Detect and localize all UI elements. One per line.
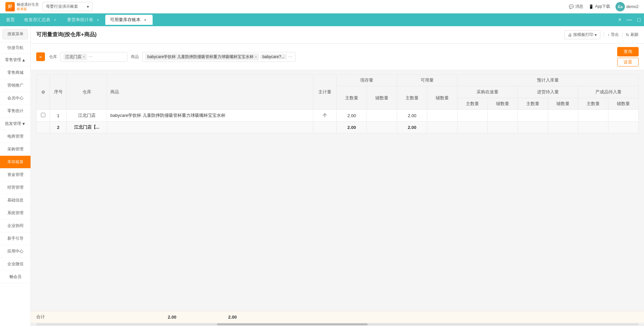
col-header-stock-aux: 辅数量 xyxy=(367,86,397,110)
sidebar: 搜索菜单 快捷导航 零售管理 ▲ 零售商城 营销推广 会员中心 零售统计 批发管… xyxy=(0,26,31,326)
close-tab-keyongliang-icon[interactable]: × xyxy=(143,17,148,22)
table-area: ⚙ 序号 仓库 商品 主计量 现存量 可用量 预计入库量 主数量 辅数量 主数量 xyxy=(31,70,644,311)
sidebar-item-enterprise-wechat[interactable]: 企业微信 xyxy=(0,258,31,271)
table-row-subtotal: 2 江北门店【... 2.00 2.00 xyxy=(37,122,639,133)
sidebar-item-basic-info[interactable]: 基础信息 xyxy=(0,194,31,207)
top-bar-left: 好 畅捷通好生意 标准版 母婴行业演示账套 ▾ xyxy=(5,2,93,11)
chevron-down-icon: ▾ xyxy=(87,4,89,9)
row1-checkbox[interactable] xyxy=(37,110,50,122)
user-action[interactable]: Ea demo2 xyxy=(615,2,639,11)
row2-production-aux xyxy=(608,122,639,133)
divider xyxy=(604,32,604,38)
close-tab-shoufazhiye-icon[interactable]: × xyxy=(52,17,58,22)
app-download-action[interactable]: 📱 App下载 xyxy=(589,4,610,9)
sidebar-item-member-center[interactable]: 会员中心 xyxy=(0,92,31,105)
sidebar-item-purchase-mgmt[interactable]: 采购管理 xyxy=(0,143,31,156)
col-header-forecast-group: 预计入库量 xyxy=(458,75,639,86)
logo-icon: 好 xyxy=(5,2,15,11)
row1-stock-aux xyxy=(367,110,397,122)
tab-home[interactable]: 首页 xyxy=(1,17,19,23)
row2-incoming-main xyxy=(518,122,548,133)
maximize-icon[interactable]: □ xyxy=(635,17,643,23)
sidebar-item-system-mgmt[interactable]: 系统管理 xyxy=(0,207,31,220)
row1-purchase-main xyxy=(458,110,488,122)
row2-incoming-aux xyxy=(548,122,578,133)
data-table: ⚙ 序号 仓库 商品 主计量 现存量 可用量 预计入库量 主数量 辅数量 主数量 xyxy=(36,74,639,133)
filter-row: 仓库 江北门店 × ··· 商品 babycare学饮杯 儿童防摔防撞吸管杯重力… xyxy=(49,52,613,62)
sidebar-item-inventory-check[interactable]: 库存核算 xyxy=(0,156,31,169)
scroll-track[interactable] xyxy=(36,323,639,325)
row1-no: 1 xyxy=(50,110,67,122)
sidebar-item-operations-mgmt[interactable]: 经营管理 xyxy=(0,181,31,194)
row1-production-aux xyxy=(608,110,639,122)
remove-product-tag1-icon[interactable]: × xyxy=(255,55,257,59)
product-filter-tag2: babycare?... xyxy=(260,54,286,59)
filter-more-icon[interactable]: ··· xyxy=(288,54,292,60)
minimize-icon[interactable]: — xyxy=(625,17,634,23)
sidebar-item-marketing[interactable]: 营销推广 xyxy=(0,79,31,92)
col-header-incoming-main: 主数量 xyxy=(518,98,548,110)
col-header-purchase-aux: 辅数量 xyxy=(488,98,518,110)
row2-production-main xyxy=(578,122,608,133)
sidebar-item-new-guide[interactable]: 新手引导 xyxy=(0,232,31,245)
filter-more-icon[interactable]: ··· xyxy=(88,54,93,60)
row1-production-main xyxy=(578,110,608,122)
scroll-thumb[interactable] xyxy=(217,323,368,325)
close-all-tabs-icon[interactable]: × xyxy=(616,17,623,23)
print-icon: 🖨 xyxy=(568,33,572,37)
search-menu-button[interactable]: 搜索菜单 xyxy=(3,29,28,39)
col-header-production-aux: 辅数量 xyxy=(608,98,639,110)
col-header-purchase-main: 主数量 xyxy=(458,98,488,110)
col-header-product: 商品 xyxy=(107,75,313,110)
sidebar-item-enterprise-collab[interactable]: 企业协同 xyxy=(0,220,31,232)
message-action[interactable]: 💬 消息 xyxy=(569,4,583,9)
table-settings-header[interactable]: ⚙ xyxy=(37,75,50,110)
row1-stock-main: 2.00 xyxy=(337,110,367,122)
row1-incoming-aux xyxy=(548,110,578,122)
sidebar-item-batch-mgmt[interactable]: 批发管理 ▼ xyxy=(0,118,31,130)
sidebar-item-retail-mall[interactable]: 零售商城 xyxy=(0,66,31,79)
sidebar-item-retail-stats[interactable]: 零售统计 xyxy=(0,105,31,118)
filter-area: » 仓库 江北门店 × ··· 商品 babycare学饮杯 儿童防摔防撞吸管杯… xyxy=(31,44,644,70)
close-tab-yaohuodan-icon[interactable]: × xyxy=(95,17,101,22)
row1-incoming-main xyxy=(518,110,548,122)
sidebar-item-vip-member[interactable]: 畅会员 xyxy=(0,271,31,283)
remove-warehouse-tag-icon[interactable]: × xyxy=(83,55,85,59)
logo-area: 好 畅捷通好生意 标准版 xyxy=(5,2,39,11)
col-header-available-aux: 辅数量 xyxy=(427,86,458,110)
refresh-button[interactable]: ↻ 刷新 xyxy=(626,32,639,38)
footer-values: 2.00 2.00 xyxy=(90,315,639,320)
query-button[interactable]: 查询 xyxy=(617,47,639,56)
row1-available-aux xyxy=(427,110,458,122)
footer-label: 合计 xyxy=(36,314,90,320)
avatar: Ea xyxy=(615,2,625,11)
warehouse-filter-input[interactable]: 江北门店 × ··· xyxy=(60,52,127,62)
row2-purchase-aux xyxy=(488,122,518,133)
product-filter-input[interactable]: babycare学饮杯 儿童防摔防撞吸管杯重力球吸嘴杯宝宝水杯 × babyca… xyxy=(142,52,296,62)
settings-button[interactable]: 设置 xyxy=(617,58,639,66)
tab-yaohuodan[interactable]: 要货单统计表 × xyxy=(62,15,105,25)
footer-stock-main: 2.00 xyxy=(157,315,187,320)
col-header-incoming-group: 进货待入量 xyxy=(518,86,578,98)
divider xyxy=(622,32,623,38)
col-header-available-main: 主数量 xyxy=(397,86,427,110)
sidebar-item-app-center[interactable]: 应用中心 xyxy=(0,245,31,258)
template-print-button[interactable]: 🖨 按模板打印 ▾ xyxy=(564,30,600,39)
sidebar-item-ecommerce-mgmt[interactable]: 电商管理 xyxy=(0,130,31,143)
filter-expand-button[interactable]: » xyxy=(36,52,45,61)
row2-available-aux xyxy=(427,122,458,133)
row1-unit: 个 xyxy=(313,110,337,122)
quick-nav-button[interactable]: 快捷导航 xyxy=(0,42,31,54)
tab-keyongliang[interactable]: 可用量库存账本 × xyxy=(105,15,153,25)
tab-shoufazhiye[interactable]: 收发存汇总表 × xyxy=(19,15,62,25)
col-header-production-group: 产成品待入量 xyxy=(578,86,639,98)
top-bar: 好 畅捷通好生意 标准版 母婴行业演示账套 ▾ 💬 消息 📱 App下载 Ea … xyxy=(0,0,644,13)
export-button[interactable]: ↑ 导出 xyxy=(607,32,619,38)
row2-available-main: 2.00 xyxy=(397,122,427,133)
col-header-stock-group: 现存量 xyxy=(337,75,397,86)
sidebar-item-finance-mgmt[interactable]: 资金管理 xyxy=(0,169,31,181)
top-bar-right: 💬 消息 📱 App下载 Ea demo2 xyxy=(569,2,639,11)
industry-select[interactable]: 母婴行业演示账套 ▾ xyxy=(42,2,93,11)
sidebar-item-retail-mgmt[interactable]: 零售管理 ▲ xyxy=(0,54,31,66)
product-filter-label: 商品 xyxy=(131,54,139,60)
